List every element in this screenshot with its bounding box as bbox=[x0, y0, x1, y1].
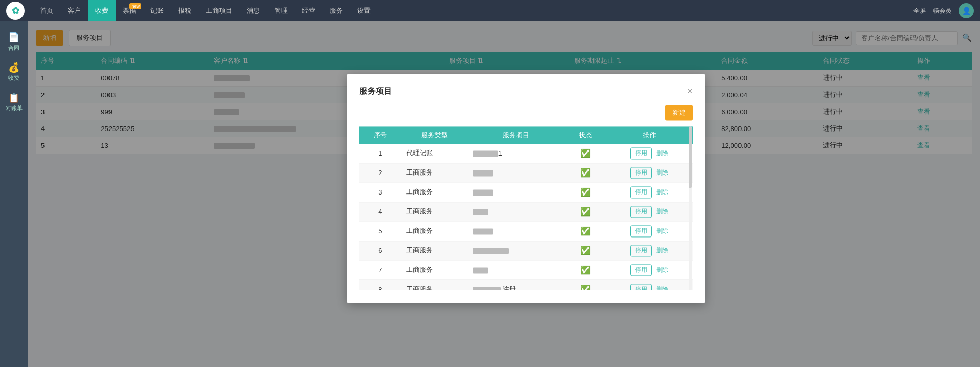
service-table: 序号 服务类型 服务项目 状态 操作 1 代理记账 1 ✅ 停用 删除 2 工商… bbox=[359, 126, 693, 162]
modal-cell-no: 1 bbox=[359, 144, 402, 162]
modal-new-button[interactable]: 新建 bbox=[665, 105, 693, 120]
service-items-modal: 服务项目 × 新建 序号 服务类型 服务项目 状态 操作 1 代理记账 1 ✅ … bbox=[347, 74, 705, 162]
modal-col-status: 状态 bbox=[564, 126, 606, 144]
avatar[interactable]: 👤 bbox=[959, 3, 974, 18]
modal-title: 服务项目 bbox=[359, 86, 392, 97]
sidebar-item-fee[interactable]: 💰 收费 bbox=[0, 57, 28, 87]
modal-col-item: 服务项目 bbox=[468, 126, 564, 144]
nav-item-manage[interactable]: 管理 bbox=[267, 0, 295, 21]
nav-item-bookkeeping[interactable]: 记账 bbox=[143, 0, 171, 21]
nav-item-service[interactable]: 服务 bbox=[322, 0, 350, 21]
sidebar-item-contract-label: 合同 bbox=[8, 44, 19, 52]
modal-cell-status: ✅ bbox=[564, 144, 606, 162]
nav-item-invoice[interactable]: 票据 new bbox=[116, 0, 143, 21]
top-nav: ✿ 首页 客户 收费 票据 new 记账 报税 工商项目 消息 管理 经营 服务… bbox=[0, 0, 980, 21]
modal-table-row: 1 代理记账 1 ✅ 停用 删除 bbox=[359, 144, 693, 162]
nav-item-tax[interactable]: 报税 bbox=[171, 0, 199, 21]
nav-item-home[interactable]: 首页 bbox=[33, 0, 60, 21]
fullscreen-label[interactable]: 全屏 bbox=[913, 7, 926, 15]
sidebar-item-reconciliation-label: 对账单 bbox=[6, 104, 23, 112]
sidebar-item-reconciliation[interactable]: 📋 对账单 bbox=[0, 87, 28, 117]
logo-icon: ✿ bbox=[6, 2, 25, 20]
modal-body: 序号 服务类型 服务项目 状态 操作 1 代理记账 1 ✅ 停用 删除 2 工商… bbox=[359, 126, 693, 162]
sidebar-item-contract[interactable]: 📄 合同 bbox=[0, 27, 28, 57]
nav-item-fee[interactable]: 收费 bbox=[88, 0, 116, 21]
nav-item-settings[interactable]: 设置 bbox=[350, 0, 378, 21]
modal-cell-type: 代理记账 bbox=[401, 144, 468, 162]
nav-item-operation[interactable]: 经营 bbox=[295, 0, 322, 21]
delete-button[interactable]: 删除 bbox=[656, 149, 668, 158]
modal-col-type: 服务类型 bbox=[401, 126, 468, 144]
reconciliation-icon: 📋 bbox=[8, 92, 19, 103]
nav-item-message[interactable]: 消息 bbox=[239, 0, 267, 21]
modal-col-action: 操作 bbox=[606, 126, 693, 144]
stop-button[interactable]: 停用 bbox=[630, 147, 652, 159]
new-badge: new bbox=[129, 3, 141, 9]
nav-item-client[interactable]: 客户 bbox=[60, 0, 88, 21]
nav-item-business[interactable]: 工商项目 bbox=[199, 0, 239, 21]
fee-icon: 💰 bbox=[8, 62, 19, 73]
modal-cell-item: 1 bbox=[468, 144, 564, 162]
scrollbar-track[interactable] bbox=[689, 126, 692, 162]
modal-toolbar: 新建 bbox=[359, 105, 693, 120]
modal-close-button[interactable]: × bbox=[687, 86, 693, 97]
modal-col-no: 序号 bbox=[359, 126, 402, 144]
member-label[interactable]: 畅会员 bbox=[933, 7, 951, 15]
top-nav-right: 全屏 畅会员 👤 bbox=[913, 3, 974, 18]
sidebar-item-fee-label: 收费 bbox=[8, 74, 19, 82]
scrollbar-thumb[interactable] bbox=[689, 126, 692, 162]
modal-cell-action: 停用 删除 bbox=[606, 144, 693, 162]
modal-header: 服务项目 × bbox=[359, 86, 693, 97]
contract-icon: 📄 bbox=[8, 32, 19, 43]
modal-header-row: 序号 服务类型 服务项目 状态 操作 bbox=[359, 126, 693, 144]
sidebar: 📄 合同 💰 收费 📋 对账单 bbox=[0, 21, 28, 162]
status-check-icon: ✅ bbox=[580, 149, 591, 158]
